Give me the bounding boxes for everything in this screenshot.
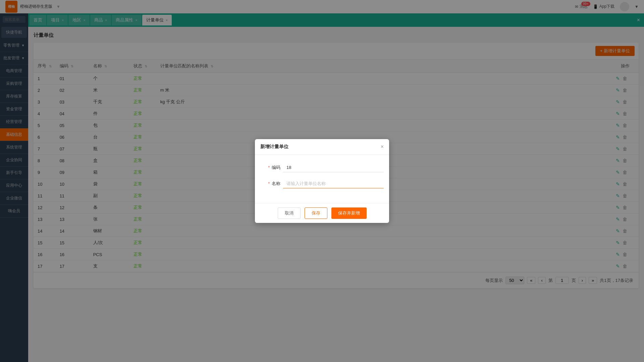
add-measure-unit-modal: 新增计量单位 × * 编码 * 名称 取消 保存 保存并新增 <box>255 139 389 223</box>
modal-footer: 取消 保存 保存并新增 <box>255 203 389 223</box>
name-label: * 名称 <box>260 181 280 187</box>
save-and-new-button[interactable]: 保存并新增 <box>331 207 367 219</box>
save-button[interactable]: 保存 <box>305 207 327 219</box>
modal-overlay: 新增计量单位 × * 编码 * 名称 取消 保存 保存并新增 <box>0 0 644 362</box>
cancel-button[interactable]: 取消 <box>278 207 301 219</box>
code-label: * 编码 <box>260 165 280 171</box>
required-mark: * <box>268 165 270 170</box>
required-mark: * <box>268 181 270 186</box>
modal-close-icon[interactable]: × <box>381 144 384 149</box>
code-input[interactable] <box>283 163 384 172</box>
modal-body: * 编码 * 名称 <box>255 155 389 203</box>
form-row-code: * 编码 <box>260 163 384 172</box>
modal-header: 新增计量单位 × <box>255 139 389 155</box>
name-input[interactable] <box>283 179 384 188</box>
modal-title: 新增计量单位 <box>260 144 288 150</box>
form-row-name: * 名称 <box>260 179 384 188</box>
